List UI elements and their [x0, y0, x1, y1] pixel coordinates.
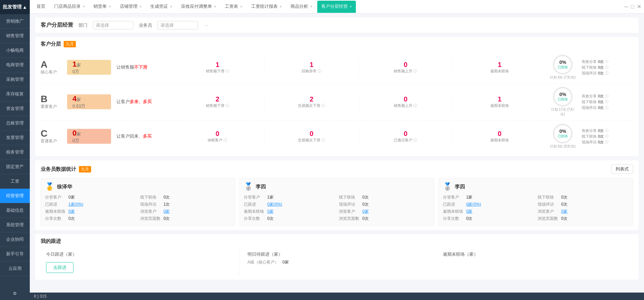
tier-stat-B-3: 1逾期未联络 — [452, 94, 546, 110]
info-icon[interactable]: ⓘ — [605, 71, 608, 75]
staff-stat-2-1: 线下联络0次 — [538, 194, 629, 200]
staff-stat-value-2-5[interactable]: 0家 — [561, 209, 567, 214]
sidebar-item-资金管理[interactable]: 资金管理 — [0, 101, 30, 116]
sidebar-item-云应用[interactable]: 云应用 — [0, 261, 30, 276]
info-icon[interactable]: ⓘ — [605, 134, 608, 139]
staff-stat-0-7: 浏览页面数0次 — [140, 216, 231, 222]
staff-stat-label-0-6: 分享次数 — [45, 216, 67, 222]
sidebar-item-固定资产[interactable]: 固定资产 — [0, 160, 30, 174]
staff-card-2: 🥈李四分管客户1家线下联络0次已跟进0家(0%)现场拜访0次逾期未联络0家浏览客… — [438, 178, 633, 226]
settings-icon[interactable]: ⚙ — [0, 287, 30, 300]
info-icon[interactable]: ⓘ — [318, 69, 321, 73]
info-icon[interactable]: ⓘ — [413, 138, 417, 142]
sidebar-item-企业协同[interactable]: 企业协同 — [0, 232, 30, 247]
tab-close-icon[interactable]: × — [139, 4, 142, 8]
dept-select[interactable]: 请选择 — [93, 21, 133, 29]
sidebar-item-基础信息[interactable]: 基础信息 — [0, 203, 30, 218]
window-minimize-icon[interactable]: ─ — [624, 4, 628, 10]
tab-工资表[interactable]: 工资表× — [221, 1, 246, 13]
stat-label-A-0: 销售额下滑 ⓘ — [173, 69, 262, 74]
tab-close-icon[interactable]: × — [170, 4, 172, 8]
info-icon[interactable]: ⓘ — [321, 103, 325, 108]
sidebar-header[interactable]: 批发管理 ▲ — [0, 0, 30, 14]
info-icon[interactable]: ⓘ — [605, 65, 608, 70]
staff-stat-value-0-4[interactable]: 0家 — [68, 209, 75, 214]
tab-close-icon[interactable]: × — [280, 4, 282, 8]
staff-stat-value-1-4[interactable]: 0家 — [267, 209, 274, 214]
tab-close-icon[interactable]: × — [83, 4, 85, 8]
info-icon[interactable]: ⓘ — [605, 140, 608, 144]
tier-suggestion-A: 让销售额不下滑 — [114, 64, 168, 70]
tab-客户分层经营[interactable]: 客户分层经营× — [317, 1, 356, 13]
overdue-followup-col: 逾期未联络（家） — [437, 249, 633, 276]
info-icon[interactable]: ⓘ — [605, 59, 608, 64]
circle-pct-C: 0% — [559, 129, 566, 134]
sidebar-item-销售管理[interactable]: 销售管理 — [0, 29, 30, 43]
info-icon[interactable]: ⓘ — [605, 94, 608, 98]
tab-close-icon[interactable]: × — [109, 4, 111, 8]
sidebar-item-营销推广[interactable]: 营销推广 — [0, 14, 30, 29]
sidebar-item-库存核算[interactable]: 库存核算 — [0, 87, 30, 101]
info-icon[interactable]: ⓘ — [413, 103, 417, 108]
sidebar-item-电商管理[interactable]: 电商管理 — [0, 58, 30, 72]
staff-stat-value-2-0: 1家 — [466, 194, 473, 200]
info-icon[interactable]: ⓘ — [605, 105, 608, 110]
staff-stat-value-0-5[interactable]: 0家 — [164, 209, 170, 214]
info-icon[interactable]: ⓘ — [605, 128, 608, 133]
info-icon[interactable]: ⓘ — [226, 103, 229, 108]
tab-店铺管理[interactable]: 店铺管理× — [116, 1, 146, 13]
info-icon[interactable]: ⓘ — [605, 99, 608, 104]
tier-stat-A-0: 1销售额下滑 ⓘ — [171, 60, 264, 75]
filter-more-icon[interactable]: ··· — [205, 23, 209, 28]
staff-stat-2-2: 已跟进0家(0%) — [443, 202, 534, 207]
info-icon[interactable]: ⓘ — [321, 138, 325, 142]
tab-应收应付调整单[interactable]: 应收应付调整单× — [177, 1, 220, 13]
sidebar-item-系统管理[interactable]: 系统管理 — [0, 218, 30, 232]
tier-right-stats-A: 有效分享0次ⓘ线下联络0次ⓘ现场拜访0次ⓘ — [579, 59, 633, 76]
sidebar-item-小畅电商[interactable]: 小畅电商 — [0, 43, 30, 58]
sidebar-item-经营管理[interactable]: 经营管理 — [0, 189, 30, 203]
tab-门店商品目录[interactable]: 门店商品目录× — [50, 1, 89, 13]
staff-stat-value-1-2[interactable]: 0家(0%) — [267, 202, 282, 207]
info-icon[interactable]: ⓘ — [413, 69, 417, 73]
sidebar-item-发票管理[interactable]: 发票管理 — [0, 131, 30, 145]
sidebar-collapse-icon[interactable]: ▲ — [22, 4, 27, 10]
sidebar-item-新手引导[interactable]: 新手引导 — [0, 247, 30, 261]
sidebar-item-工资[interactable]: 工资 — [0, 174, 30, 189]
tier-count-num-B: 4家0.53万 — [70, 94, 85, 109]
right-stat-C-2: 现场拜访0次ⓘ — [582, 140, 633, 145]
tier-stat-A-1: 1回购异常 ⓘ — [264, 60, 359, 75]
tier-name-C: 普通客户 — [41, 138, 64, 144]
staff-stat-value-2-4[interactable]: 0家 — [466, 209, 473, 214]
tab-首页[interactable]: 首页 — [33, 1, 49, 13]
info-icon[interactable]: ⓘ — [223, 138, 227, 142]
sidebar-item-总账管理[interactable]: 总账管理 — [0, 116, 30, 131]
staff-stat-value-0-2[interactable]: 1家(0%) — [68, 202, 83, 207]
info-icon[interactable]: ⓘ — [226, 69, 229, 73]
staff-select[interactable]: 请选择 — [157, 21, 198, 29]
tab-销货单[interactable]: 销货单× — [89, 1, 115, 13]
tab-close-icon[interactable]: × — [350, 4, 352, 8]
stat-num-C-3: 0 — [455, 130, 544, 138]
list-view-button[interactable]: 列表式 — [611, 164, 633, 174]
tab-商品分析[interactable]: 商品分析× — [286, 1, 316, 13]
tab-close-icon[interactable]: × — [214, 4, 216, 8]
staff-stat-value-0-7: 0次 — [164, 216, 170, 222]
tab-close-icon[interactable]: × — [240, 4, 242, 8]
staff-stat-value-2-2[interactable]: 0家(0%) — [466, 202, 481, 207]
right-stat-A-0: 有效分享0次ⓘ — [582, 59, 633, 64]
tab-工资统计报表[interactable]: 工资统计报表× — [247, 1, 286, 13]
sidebar-item-税务管理[interactable]: 税务管理 — [0, 145, 30, 160]
customer-section-title: 客户分层 — [41, 41, 61, 47]
window-restore-icon[interactable]: □ — [631, 4, 634, 10]
window-close-icon[interactable]: ✕ — [637, 3, 641, 10]
sidebar-item-采购管理[interactable]: 采购管理 — [0, 72, 30, 87]
sidebar-header-label: 批发管理 — [3, 4, 22, 10]
go-followup-button[interactable]: 去跟进 — [46, 262, 73, 273]
staff-stat-value-1-5[interactable]: 0家 — [362, 209, 369, 214]
tab-close-icon[interactable]: × — [310, 4, 312, 8]
tomorrow-followup-title: 明日待跟进（家） — [248, 251, 432, 257]
tab-生成凭证[interactable]: 生成凭证× — [146, 1, 176, 13]
stat-label-B-1: 交易频次下滑 ⓘ — [267, 103, 356, 108]
stat-label-B-3: 逾期未联络 — [455, 103, 544, 108]
